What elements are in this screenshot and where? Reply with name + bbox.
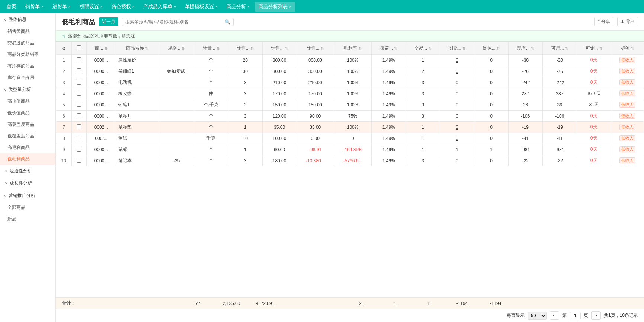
- cell-checkbox[interactable]: [71, 55, 87, 66]
- close-icon[interactable]: ×: [247, 5, 250, 9]
- cell-checkbox[interactable]: [71, 155, 87, 166]
- col-tag[interactable]: 标签 ⇅: [611, 42, 644, 55]
- row-checkbox[interactable]: [77, 136, 81, 140]
- cell-checkbox[interactable]: [71, 66, 87, 77]
- cell-name[interactable]: 属性定价: [116, 55, 158, 66]
- nav-purchase-order[interactable]: 进货单 ×: [49, 2, 74, 12]
- cell-checkbox[interactable]: [71, 111, 87, 122]
- search-icon[interactable]: 🔍: [225, 19, 230, 25]
- date-filter-button[interactable]: 近一月: [99, 17, 118, 26]
- cell-name[interactable]: 吴细细1: [116, 66, 158, 77]
- col-current[interactable]: 现有... ⇅: [508, 42, 542, 55]
- cell-browse1[interactable]: 0: [440, 122, 474, 133]
- row-checkbox[interactable]: [77, 158, 81, 163]
- close-icon[interactable]: ×: [215, 5, 218, 9]
- cell-name[interactable]: 鼠标1: [116, 111, 158, 122]
- col-saleable[interactable]: 可销... ⇅: [577, 42, 611, 55]
- cell-browse1[interactable]: 0: [440, 55, 474, 66]
- cell-name[interactable]: 电话机: [116, 77, 158, 88]
- row-checkbox[interactable]: [77, 124, 81, 129]
- cell-checkbox[interactable]: [71, 77, 87, 88]
- sidebar-item-stocked-products[interactable]: 有库存的商品: [0, 60, 55, 72]
- col-spec[interactable]: 规格... ⇅: [158, 42, 194, 55]
- sidebar-section-overall[interactable]: ∨ 整体信息: [0, 13, 55, 26]
- export-button[interactable]: ⬇ 导出: [617, 17, 638, 26]
- close-icon[interactable]: ×: [174, 5, 176, 9]
- cell-checkbox[interactable]: [71, 144, 87, 155]
- cell-browse1[interactable]: 1: [440, 144, 474, 155]
- cell-name[interactable]: 鼠标: [116, 144, 158, 155]
- cell-browse1[interactable]: 0: [440, 155, 474, 166]
- cell-checkbox[interactable]: [71, 88, 87, 99]
- page-number-input[interactable]: [570, 312, 581, 319]
- next-page-button[interactable]: ＞: [591, 311, 601, 320]
- nav-product-analysis[interactable]: 商品分析 ×: [223, 2, 253, 12]
- nav-permissions[interactable]: 权限设置 ×: [76, 2, 106, 12]
- row-checkbox[interactable]: [77, 80, 81, 85]
- sidebar-section-marketing[interactable]: ∨ 营销推广分析: [0, 189, 55, 202]
- cell-name[interactable]: 测试: [116, 133, 158, 144]
- cell-browse1[interactable]: 0: [440, 133, 474, 144]
- nav-home[interactable]: 首页: [3, 2, 20, 12]
- col-code[interactable]: 商... ⇅: [87, 42, 116, 55]
- sidebar-section-circulation[interactable]: ＞ 流通性分析: [0, 165, 55, 177]
- cell-name[interactable]: 鼠标垫: [116, 122, 158, 133]
- close-icon[interactable]: ×: [132, 5, 135, 9]
- row-checkbox[interactable]: [77, 91, 81, 96]
- share-button[interactable]: ⤴ 分享: [594, 17, 613, 26]
- col-sales[interactable]: 销售... ⇅: [297, 42, 334, 55]
- nav-template-settings[interactable]: 单据模板设置 ×: [181, 2, 221, 12]
- nav-sales-order[interactable]: 销货单 ×: [22, 2, 47, 12]
- nav-product-warehouse[interactable]: 产成品入库单 ×: [140, 2, 180, 12]
- cell-checkbox[interactable]: [71, 99, 87, 111]
- close-icon[interactable]: ×: [100, 5, 103, 9]
- col-browse2[interactable]: 浏览... ⇅: [474, 42, 509, 55]
- cell-checkbox[interactable]: [71, 122, 87, 133]
- col-browse1[interactable]: 浏览... ⇅: [440, 42, 474, 55]
- col-gross-margin[interactable]: 毛利率 ⇅: [334, 42, 371, 55]
- row-checkbox[interactable]: [77, 113, 81, 118]
- col-settings[interactable]: ⚙: [56, 42, 72, 55]
- row-checkbox[interactable]: [77, 68, 81, 73]
- select-all-checkbox[interactable]: [77, 45, 81, 50]
- row-checkbox[interactable]: [77, 102, 81, 107]
- sidebar-item-new-products[interactable]: 新品: [0, 213, 55, 225]
- sidebar-item-low-margin[interactable]: 低毛利商品: [0, 153, 55, 165]
- close-icon[interactable]: ×: [68, 5, 71, 9]
- col-available[interactable]: 可用... ⇅: [542, 42, 577, 55]
- cell-browse1[interactable]: 0: [440, 77, 474, 88]
- sidebar-item-high-coverage[interactable]: 高覆盖度商品: [0, 119, 55, 130]
- col-qty[interactable]: 销售... ⇅: [228, 42, 262, 55]
- cell-browse1[interactable]: 0: [440, 66, 474, 77]
- prev-page-button[interactable]: ＜: [550, 311, 559, 320]
- col-coverage[interactable]: 覆盖... ⇅: [372, 42, 406, 55]
- nav-product-analysis-list[interactable]: 商品分析列表 ×: [255, 2, 295, 12]
- sidebar-section-type-analysis[interactable]: ∨ 类型量分析: [0, 83, 55, 96]
- close-icon[interactable]: ×: [289, 5, 291, 9]
- close-icon[interactable]: ×: [41, 5, 44, 9]
- col-unit[interactable]: 计量... ⇅: [194, 42, 228, 55]
- sidebar-item-stock-funds[interactable]: 库存资金占用: [0, 72, 55, 83]
- sidebar-item-high-value[interactable]: 高价值商品: [0, 96, 55, 107]
- sidebar-item-traded-products[interactable]: 交易过的商品: [0, 37, 55, 49]
- nav-role-auth[interactable]: 角色授权 ×: [108, 2, 138, 12]
- sidebar-item-high-margin[interactable]: 高毛利商品: [0, 142, 55, 153]
- sidebar-item-low-value[interactable]: 低价值商品: [0, 107, 55, 119]
- col-transaction[interactable]: 交易... ⇅: [406, 42, 440, 55]
- sidebar-item-category-rate[interactable]: 商品分类助销率: [0, 49, 55, 60]
- row-checkbox[interactable]: [77, 57, 81, 62]
- sidebar-section-growth[interactable]: ＞ 成长性分析: [0, 177, 55, 189]
- cell-name[interactable]: 橡皮擦: [116, 88, 158, 99]
- col-checkbox[interactable]: [71, 42, 87, 55]
- page-size-select[interactable]: 50 20 100: [528, 312, 547, 320]
- cell-checkbox[interactable]: [71, 133, 87, 144]
- sidebar-item-sales-products[interactable]: 销售类商品: [0, 26, 55, 37]
- cell-browse1[interactable]: 0: [440, 111, 474, 122]
- sidebar-item-low-coverage[interactable]: 低覆盖度商品: [0, 130, 55, 142]
- cell-name[interactable]: 笔记本: [116, 155, 158, 166]
- search-input[interactable]: [125, 19, 222, 25]
- cell-name[interactable]: 铅笔1: [116, 99, 158, 111]
- cell-browse1[interactable]: 0: [440, 99, 474, 111]
- col-name[interactable]: 商品名称 ⇅: [116, 42, 158, 55]
- sidebar-item-all-products[interactable]: 全部商品: [0, 202, 55, 213]
